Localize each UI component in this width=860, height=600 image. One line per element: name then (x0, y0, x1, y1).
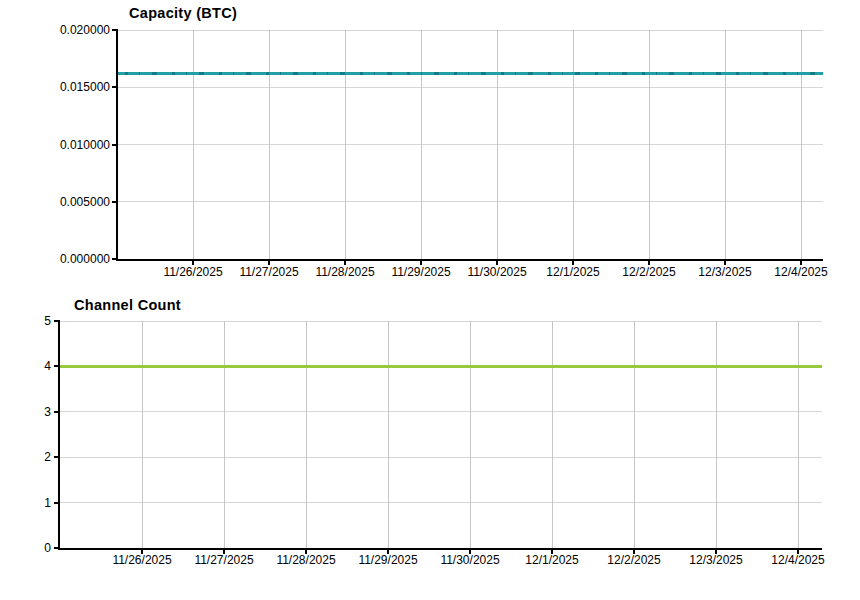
v-gridline (224, 321, 225, 548)
v-gridline (470, 321, 471, 548)
x-axis-label: 12/1/2025 (510, 553, 594, 567)
v-gridline (798, 321, 799, 548)
x-axis-line (58, 548, 822, 550)
x-axis-label: 12/3/2025 (674, 553, 758, 567)
charts-panel: Capacity (BTC) 0.0200000.0150000.0100000… (0, 0, 860, 600)
h-gridline (60, 321, 822, 322)
x-axis-label: 11/30/2025 (428, 553, 512, 567)
x-axis-label: 11/27/2025 (182, 553, 266, 567)
v-gridline (388, 321, 389, 548)
channel-count-chart: Channel Count 54321011/26/202511/27/2025… (0, 0, 860, 600)
y-axis-label: 0 (44, 541, 51, 555)
v-gridline (142, 321, 143, 548)
h-gridline (60, 411, 822, 412)
data-series-line (60, 365, 822, 368)
x-axis-label: 11/29/2025 (346, 553, 430, 567)
y-axis-label: 4 (44, 359, 51, 373)
y-axis-line (58, 321, 60, 550)
v-gridline (552, 321, 553, 548)
x-axis-label: 11/26/2025 (100, 553, 184, 567)
y-axis-label: 3 (44, 405, 51, 419)
channel-count-chart-title: Channel Count (74, 297, 181, 313)
h-gridline (60, 502, 822, 503)
x-axis-label: 11/28/2025 (264, 553, 348, 567)
y-axis-label: 1 (44, 496, 51, 510)
v-gridline (306, 321, 307, 548)
x-axis-label: 12/2/2025 (592, 553, 676, 567)
y-axis-label: 2 (44, 450, 51, 464)
h-gridline (60, 457, 822, 458)
x-axis-label: 12/4/2025 (756, 553, 840, 567)
v-gridline (634, 321, 635, 548)
v-gridline (716, 321, 717, 548)
y-axis-label: 5 (44, 314, 51, 328)
